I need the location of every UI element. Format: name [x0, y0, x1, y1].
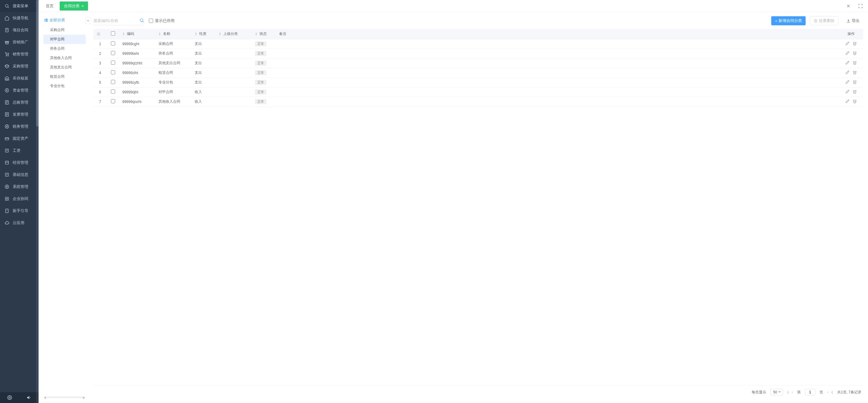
edit-button[interactable] [845, 41, 849, 45]
sort-icon[interactable]: ▲▼ [255, 32, 257, 36]
search-input[interactable] [93, 16, 145, 25]
batch-delete-button[interactable]: 批量删除 [810, 16, 838, 25]
column-parent[interactable]: ▲▼ 上级分类 [216, 29, 252, 39]
column-code[interactable]: ▲▼ 编码 [119, 29, 156, 39]
sidebar-item-1[interactable]: 快捷导航 [0, 12, 38, 24]
category-all-button[interactable]: 全部分类 [43, 16, 86, 25]
add-contract-category-button[interactable]: + 新增合同分类 [771, 16, 806, 25]
category-item-6[interactable]: 专业分包 [43, 81, 86, 91]
category-item-3[interactable]: 其他收入合同 [43, 53, 86, 63]
sidebar-scrollbar[interactable] [36, 0, 38, 403]
sidebar-item-2[interactable]: 项目合同 [0, 24, 38, 36]
category-item-1[interactable]: 对甲合同 [43, 35, 86, 44]
delete-button[interactable] [852, 41, 857, 45]
sidebar-item-7[interactable]: 资金管理 [0, 84, 38, 96]
sidebar-item-17[interactable]: 新手引导 [0, 205, 38, 217]
page-next-button[interactable]: › [827, 390, 829, 394]
close-icon[interactable]: × [82, 4, 84, 8]
settings-button[interactable] [0, 392, 19, 403]
page-prev-button[interactable]: ‹ [792, 390, 793, 394]
sidebar-item-label: 库存核算 [13, 76, 28, 81]
row-checkbox[interactable] [111, 61, 115, 65]
sidebar-item-11[interactable]: 固定资产 [0, 133, 38, 144]
sidebar-item-5[interactable]: 采购管理 [0, 60, 38, 72]
sidebar-item-10[interactable]: 税务管理 [0, 121, 38, 133]
delete-button[interactable] [852, 70, 857, 74]
edit-button[interactable] [845, 61, 849, 65]
collapse-category-panel-button[interactable]: « [86, 17, 90, 24]
column-name[interactable]: ▲▼ 名称 [156, 29, 192, 39]
cell-status: 正常 [252, 39, 276, 49]
per-page-select[interactable]: 50 [770, 389, 783, 396]
sort-icon[interactable]: ▲▼ [219, 32, 221, 36]
column-status[interactable]: ▲▼ 状态 [252, 29, 276, 39]
sidebar-item-8[interactable]: 总账管理 [0, 96, 38, 108]
column-remark[interactable]: 备注 [276, 29, 839, 39]
sort-icon[interactable]: ▲▼ [195, 32, 197, 36]
cell-status: 正常 [252, 59, 276, 68]
sidebar-item-18[interactable]: 云应用 [0, 217, 38, 229]
sort-icon[interactable]: ▲▼ [158, 32, 161, 36]
column-settings[interactable] [93, 29, 107, 39]
sidebar-item-13[interactable]: 经营管理 [0, 157, 38, 169]
show-disabled-input[interactable] [149, 19, 153, 23]
sidebar-item-4[interactable]: 销售管理 [0, 48, 38, 60]
edit-button[interactable] [845, 70, 849, 74]
cell-checkbox[interactable] [107, 78, 119, 87]
tab-home[interactable]: 首页 [41, 1, 58, 10]
show-disabled-checkbox[interactable]: 显示已停用 [149, 18, 175, 24]
cell-checkbox[interactable] [107, 49, 119, 59]
edit-button[interactable] [845, 90, 849, 94]
search-icon[interactable] [139, 18, 144, 23]
column-nature[interactable]: ▲▼ 性质 [192, 29, 216, 39]
delete-button[interactable] [852, 90, 857, 94]
sidebar-item-0[interactable]: 搜索菜单 [0, 0, 38, 12]
tab-contract-category[interactable]: 合同分类 × [60, 1, 88, 10]
row-checkbox[interactable] [111, 51, 115, 55]
row-checkbox[interactable] [111, 70, 115, 74]
collapse-sidebar-button[interactable] [19, 392, 38, 403]
cell-checkbox[interactable] [107, 87, 119, 97]
chevron-left-icon[interactable]: ◀ [43, 396, 46, 399]
delete-button[interactable] [852, 99, 857, 103]
column-select-all[interactable] [107, 29, 119, 39]
edit-button[interactable] [845, 80, 849, 84]
close-all-tabs-button[interactable] [844, 1, 853, 10]
chevron-right-icon[interactable]: ▶ [83, 396, 86, 399]
sidebar-item-6[interactable]: 库存核算 [0, 72, 38, 84]
page-first-button[interactable]: |‹ [787, 390, 789, 394]
sidebar-item-12[interactable]: 工资 [0, 144, 38, 157]
row-checkbox[interactable] [111, 99, 115, 103]
page-last-button[interactable]: ›| [831, 390, 833, 394]
sidebar-scrollbar-thumb[interactable] [36, 0, 38, 127]
sort-icon[interactable]: ▲▼ [122, 32, 125, 36]
row-checkbox[interactable] [111, 41, 115, 45]
edit-button[interactable] [845, 51, 849, 55]
cell-checkbox[interactable] [107, 39, 119, 49]
hscroll-track[interactable] [46, 396, 83, 398]
category-item-0[interactable]: 采购合同 [43, 25, 86, 35]
sidebar-item-15[interactable]: 系统管理 [0, 181, 38, 193]
delete-button[interactable] [852, 51, 857, 55]
cell-checkbox[interactable] [107, 59, 119, 68]
row-checkbox[interactable] [111, 90, 115, 94]
page-input[interactable] [805, 389, 815, 396]
category-item-2[interactable]: 劳务合同 [43, 44, 86, 53]
delete-button[interactable] [852, 61, 857, 65]
export-button[interactable]: 导出 [843, 16, 863, 25]
sidebar-item-14[interactable]: 基础信息 [0, 169, 38, 181]
category-hscroll[interactable]: ◀ ▶ [43, 396, 86, 399]
cell-checkbox[interactable] [107, 97, 119, 107]
category-item-5[interactable]: 租赁合同 [43, 72, 86, 81]
category-item-4[interactable]: 其他支出合同 [43, 63, 86, 72]
row-checkbox[interactable] [111, 80, 115, 84]
delete-button[interactable] [852, 80, 857, 84]
sidebar-item-9[interactable]: 发票管理 [0, 108, 38, 121]
edit-button[interactable] [845, 99, 849, 103]
cell-checkbox[interactable] [107, 68, 119, 78]
sidebar-item-3[interactable]: 营销推广 [0, 36, 38, 48]
svg-point-27 [5, 185, 9, 189]
fullscreen-button[interactable] [856, 1, 865, 10]
sidebar-item-16[interactable]: 企业协同 [0, 193, 38, 205]
select-all-checkbox[interactable] [111, 31, 115, 36]
